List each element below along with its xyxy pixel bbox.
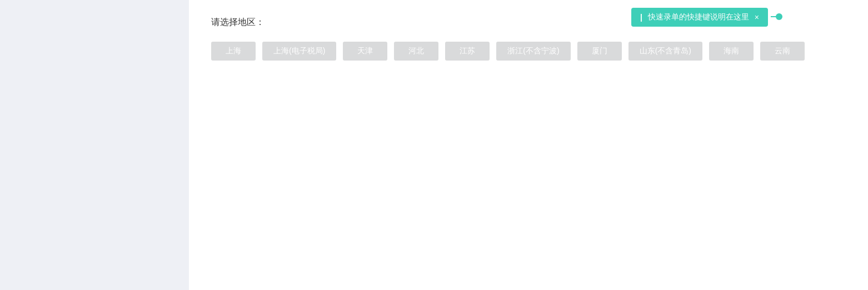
region-button-jiangsu[interactable]: 江苏 [445,42,490,61]
sidebar [0,0,189,290]
tooltip-banner: 快速录单的快捷键说明在这里 × [631,8,768,27]
region-buttons: 上海上海(电子税局)天津河北江苏浙江(不含宁波)厦门山东(不含青岛)海南云南 [211,42,846,61]
region-button-xiamen[interactable]: 厦门 [577,42,622,61]
tooltip-dot [776,13,782,20]
tooltip-text: 快速录单的快捷键说明在这里 [648,12,749,22]
region-button-zhejiang[interactable]: 浙江(不含宁波) [496,42,570,61]
region-button-hainan[interactable]: 海南 [709,42,754,61]
main-content: 请选择地区： 上海上海(电子税局)天津河北江苏浙江(不含宁波)厦门山东(不含青岛… [189,0,868,290]
region-button-tianjin[interactable]: 天津 [343,42,387,61]
tooltip-close-button[interactable]: × [755,13,759,22]
region-button-yunnan[interactable]: 云南 [760,42,805,61]
region-button-hebei[interactable]: 河北 [394,42,438,61]
region-button-shanghai[interactable]: 上海 [211,42,256,61]
region-button-shandong[interactable]: 山东(不含青岛) [628,42,702,61]
region-button-shanghai-etax[interactable]: 上海(电子税局) [262,42,336,61]
